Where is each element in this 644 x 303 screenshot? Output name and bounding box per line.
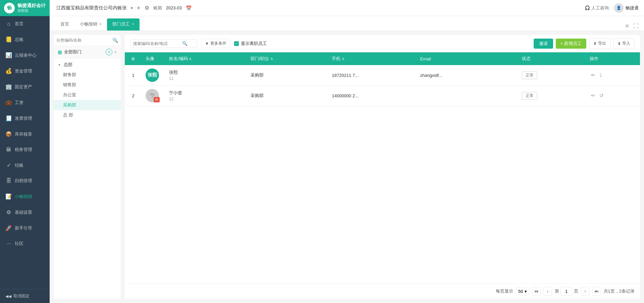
sidebar-item-ledger[interactable]: 📒 总账: [0, 32, 50, 47]
last-page-btn[interactable]: ⏭: [592, 287, 601, 296]
invite-btn[interactable]: 邀请: [534, 39, 553, 49]
sidebar-item-label: 云报表中心: [15, 52, 37, 58]
tab-expand-btn[interactable]: ⛶: [633, 23, 639, 29]
dept-label: 财务部: [63, 72, 76, 77]
status-badge: 正常: [522, 92, 537, 100]
dept-node-purchase[interactable]: 采购部: [54, 100, 121, 110]
employee-table-container: ⚙ 头像 姓名/编码 ⇅ 部门/职位 ⇅: [125, 52, 640, 283]
edit-employee-btn[interactable]: ✏: [590, 71, 597, 79]
sidebar-item-basic[interactable]: ⚙ 基础设置: [0, 204, 50, 220]
col-settings[interactable]: ⚙: [125, 52, 142, 65]
user-area[interactable]: 👤 畅捷通: [614, 3, 639, 13]
guide-icon: 🚀: [5, 225, 12, 231]
sidebar-item-label: 税务管理: [15, 147, 32, 153]
calendar-icon[interactable]: 📅: [186, 5, 192, 11]
dept-node-finance[interactable]: 财务部: [54, 70, 121, 80]
import-btn[interactable]: ⬇ 导入: [613, 38, 635, 49]
toolbar: 🔍 ▼ 更多条件 ✓ 显示离职员工 邀请 + 新增员工 ⬆: [125, 35, 640, 52]
company-dropdown-btn[interactable]: ▾: [131, 6, 133, 10]
expand-icon: ▼: [58, 63, 61, 67]
dept-search-btn[interactable]: 🔍: [112, 38, 118, 43]
funds-icon: 💰: [5, 68, 12, 74]
sidebar-item-tax[interactable]: 🏛 税务管理: [0, 142, 50, 157]
tab-employee-close-btn[interactable]: ×: [132, 22, 134, 27]
archive-icon: 🗄: [5, 178, 12, 184]
sidebar-item-label: 发票管理: [15, 115, 32, 121]
sidebar-item-assets[interactable]: 🏢 固定资产: [0, 79, 50, 95]
dept-node-hq[interactable]: ▼ 总部: [54, 60, 121, 70]
headset-icon: 🎧: [585, 5, 590, 10]
row-index: 2: [125, 86, 142, 106]
filter-btn[interactable]: ▼ 更多条件: [201, 39, 230, 48]
show-inactive-label: 显示离职员工: [241, 41, 267, 47]
tab-home-label: 首页: [60, 21, 69, 27]
sidebar-item-archive[interactable]: 🗄 归档管理: [0, 173, 50, 189]
checkbox-checked-icon: ✓: [234, 41, 239, 46]
name-sort-icon: ⇅: [189, 57, 192, 61]
sidebar-item-checkout[interactable]: ✓ 结账: [0, 157, 50, 173]
unpin-btn[interactable]: ◀◀ 取消固定: [0, 289, 50, 303]
page-number-input[interactable]: [560, 287, 573, 296]
settings-btn[interactable]: ⚙: [145, 5, 149, 11]
dept-all-label[interactable]: 全部部门: [64, 49, 104, 55]
sidebar-item-label: 结账: [15, 162, 23, 168]
sidebar-item-home[interactable]: ⌂ 首页: [0, 16, 50, 32]
tab-employee[interactable]: 部门员工 ×: [107, 18, 140, 31]
add-employee-btn[interactable]: + 新增员工: [556, 39, 586, 49]
xiao-expense-icon: 📝: [5, 193, 12, 200]
edit-employee-btn[interactable]: ✏: [590, 92, 597, 99]
dept-search-input[interactable]: [56, 38, 111, 43]
col-status: 状态: [518, 52, 586, 65]
sidebar-item-inventory[interactable]: 📦 库存核算: [0, 126, 50, 142]
sidebar-item-reports[interactable]: 📊 云报表中心: [0, 47, 50, 63]
row-action-cell: ✏ ↺: [586, 86, 640, 106]
delete-employee-btn[interactable]: ⤵: [598, 71, 603, 79]
col-phone[interactable]: 手机 ⇅: [328, 52, 416, 65]
sidebar-item-xiao-expense[interactable]: 📝 小畅报销: [0, 189, 50, 204]
tab-expense[interactable]: 小畅报销 ×: [74, 18, 107, 31]
sidebar-item-label: 基础设置: [15, 209, 32, 215]
sidebar-item-guide[interactable]: 🚀 新手引导: [0, 220, 50, 236]
dept-collapse-btn[interactable]: «: [114, 50, 117, 54]
home-icon: ⌂: [5, 21, 12, 27]
service-btn[interactable]: 🎧 人工咨询: [585, 5, 609, 11]
page-total-label: 共1页，2条记录: [604, 288, 635, 294]
col-action: 操作: [586, 52, 640, 65]
dept-add-btn[interactable]: ＋: [106, 49, 112, 55]
dept-tree: ▼ 总部 财务部 销售部 办公室 采购部: [54, 58, 121, 299]
filter-label: 更多条件: [210, 41, 226, 46]
tab-expense-close-btn[interactable]: ×: [99, 22, 102, 27]
pagination: 每页显示 50 ▾ ⏮ ‹ 第 页 › ⏭ 共1页，2条记录: [125, 283, 640, 299]
dept-node-office[interactable]: 办公室: [54, 90, 121, 100]
service-label: 人工咨询: [591, 5, 609, 11]
show-inactive-toggle[interactable]: ✓ 显示离职员工: [234, 41, 267, 47]
employee-code: 12: [169, 97, 243, 101]
export-btn[interactable]: ⬆ 导出: [589, 38, 610, 49]
tab-home[interactable]: 首页: [55, 18, 74, 31]
pin-icon: ◀◀: [5, 294, 11, 299]
delete-employee-btn[interactable]: ↺: [598, 92, 605, 99]
page-size-label: 每页显示: [496, 288, 513, 294]
phone-sort-icon: ⇅: [342, 57, 344, 61]
row-dept-cell: 采购部: [247, 86, 328, 106]
dept-node-general[interactable]: 总 部: [54, 110, 121, 120]
sidebar-item-label: 固定资产: [15, 84, 32, 90]
first-page-btn[interactable]: ⏮: [532, 287, 541, 296]
sidebar-item-more[interactable]: ··· 社区: [0, 236, 50, 251]
app-version: 旗舰版: [17, 8, 46, 13]
sidebar-item-label: 库存核算: [15, 131, 32, 137]
col-dept[interactable]: 部门/职位 ⇅: [247, 52, 328, 65]
add-company-btn[interactable]: +: [137, 5, 141, 11]
employee-search-input[interactable]: [133, 41, 180, 46]
page-size-select[interactable]: 50 ▾: [516, 288, 529, 295]
export-icon: ⬆: [593, 41, 597, 46]
col-name[interactable]: 姓名/编码 ⇅: [165, 52, 247, 65]
prev-page-btn[interactable]: ‹: [543, 287, 552, 296]
row-action-cell: ✏ ⤵: [586, 65, 640, 86]
tab-close-window-btn[interactable]: ✕: [625, 23, 629, 29]
dept-node-sales[interactable]: 销售部: [54, 80, 121, 90]
next-page-btn[interactable]: ›: [581, 287, 590, 296]
sidebar-item-salary[interactable]: 💼 工资: [0, 95, 50, 110]
sidebar-item-invoice[interactable]: 🧾 发票管理: [0, 110, 50, 126]
sidebar-item-funds[interactable]: 💰 资金管理: [0, 63, 50, 79]
